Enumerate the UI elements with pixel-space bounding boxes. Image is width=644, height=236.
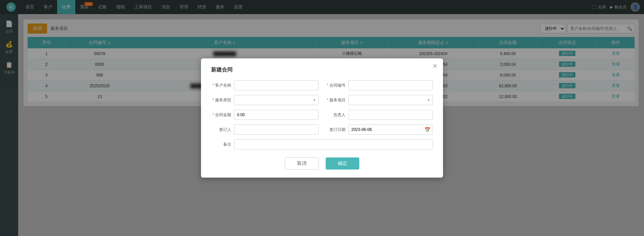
service-item-select[interactable] bbox=[348, 95, 433, 105]
confirm-button[interactable]: 确定 bbox=[326, 157, 359, 170]
form-row-contract-no: 合同编号 bbox=[325, 80, 433, 90]
form-row-remark: 备注 bbox=[211, 139, 433, 149]
calendar-icon[interactable]: 📅 bbox=[425, 127, 430, 132]
contract-no-input[interactable] bbox=[348, 80, 433, 90]
modal-close-button[interactable]: ✕ bbox=[433, 63, 438, 69]
signatory-input[interactable] bbox=[234, 125, 319, 135]
service-type-select[interactable] bbox=[234, 95, 319, 105]
remark-label: 备注 bbox=[211, 142, 231, 147]
contract-amount-label: 合同金额 bbox=[211, 112, 231, 118]
contract-no-label: 合同编号 bbox=[325, 83, 346, 88]
modal-title: 新建合同 bbox=[211, 66, 433, 74]
form-row-client-name: 客户名称 bbox=[211, 80, 319, 90]
signatory-label: 签订人 bbox=[211, 127, 231, 133]
form-row-service-type: 服务类型 ▼ bbox=[211, 95, 319, 105]
form-row-sign-date: 签订日期 📅 bbox=[325, 125, 433, 135]
client-name-input[interactable] bbox=[234, 80, 319, 90]
responsible-label: 负责人 bbox=[325, 112, 346, 118]
service-item-label: 服务项目 bbox=[325, 97, 346, 103]
form-row-responsible: 负责人 bbox=[325, 110, 433, 120]
responsible-input[interactable] bbox=[348, 110, 433, 120]
client-name-label: 客户名称 bbox=[211, 83, 231, 88]
remark-input[interactable] bbox=[234, 139, 433, 149]
modal-overlay[interactable]: 新建合同 ✕ 客户名称 合同编号 服务类型 ▼ bbox=[0, 0, 644, 236]
form-row-amount: 合同金额 bbox=[211, 110, 319, 120]
form-row-signatory: 签订人 bbox=[211, 125, 319, 135]
new-contract-modal: 新建合同 ✕ 客户名称 合同编号 服务类型 ▼ bbox=[201, 58, 443, 178]
sign-date-input[interactable] bbox=[348, 125, 433, 135]
sign-date-label: 签订日期 bbox=[325, 127, 346, 133]
service-item-select-wrap: ▼ bbox=[348, 95, 433, 105]
form-row-service-item: 服务项目 ▼ bbox=[325, 95, 433, 105]
modal-form: 客户名称 合同编号 服务类型 ▼ 服务项目 bbox=[211, 80, 433, 149]
service-type-label: 服务类型 bbox=[211, 97, 231, 103]
sign-date-wrap: 📅 bbox=[348, 125, 433, 135]
modal-footer: 取消 确定 bbox=[211, 157, 433, 170]
service-type-select-wrap: ▼ bbox=[234, 95, 319, 105]
contract-amount-input[interactable] bbox=[234, 110, 319, 120]
cancel-button[interactable]: 取消 bbox=[285, 157, 319, 170]
